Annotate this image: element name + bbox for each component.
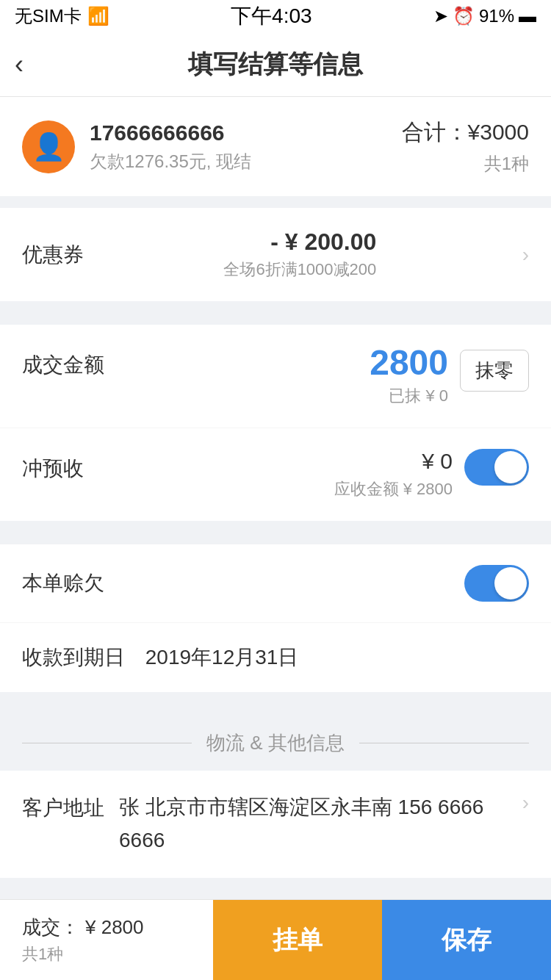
bottom-deal-amount: ¥ 2800 — [85, 916, 144, 939]
section-separator-3 — [0, 704, 551, 716]
customer-row: 👤 17666666666 欠款1276.35元, 现结 合计：¥3000 共1… — [0, 97, 551, 196]
status-time: 下午4:03 — [231, 2, 312, 30]
prepay-right: ¥ 0 应收金额 ¥ 2800 — [334, 449, 529, 500]
debit-section: 本单赊欠 — [0, 544, 551, 622]
status-left: 无SIM卡 📶 — [15, 4, 109, 28]
deal-label: 成交金额 — [22, 345, 104, 379]
coupon-label: 优惠券 — [22, 241, 84, 269]
duedate-label: 收款到期日 — [22, 646, 125, 669]
total-amount: 合计：¥3000 — [402, 118, 529, 148]
amount-section: 成交金额 2800 已抹 ¥ 0 抹零 — [0, 325, 551, 428]
customer-debt: 欠款1276.35元, 现结 — [90, 150, 402, 173]
divider-line-right — [359, 743, 529, 743]
customer-phone: 17666666666 — [90, 120, 402, 145]
page-title: 填写结算等信息 — [188, 48, 363, 82]
coupon-right: - ¥ 200.00 全场6折满1000减200 — [223, 228, 376, 281]
prepay-label: 冲预收 — [22, 449, 84, 483]
bottom-deal-row: 成交： ¥ 2800 — [22, 915, 191, 940]
logistics-divider: 物流 & 其他信息 — [0, 716, 551, 771]
customer-info: 17666666666 欠款1276.35元, 现结 — [90, 120, 402, 173]
duedate-content: 收款到期日 2019年12月31日 — [22, 644, 529, 671]
deal-card: 成交金额 2800 已抹 ¥ 0 抹零 冲预收 ¥ 0 应收金额 ¥ 2800 — [0, 325, 551, 521]
prepay-amount: ¥ 0 — [334, 449, 453, 474]
pending-button[interactable]: 挂单 — [213, 900, 382, 981]
address-card: 客户地址 张 北京市市辖区海淀区永丰南 156 6666 6666 › — [0, 771, 551, 878]
battery-text: 91% — [479, 6, 514, 26]
amount-right: 2800 已抹 ¥ 0 抹零 — [370, 345, 529, 407]
section-separator-1 — [0, 313, 551, 325]
alarm-icon: ⏰ — [453, 6, 475, 26]
avatar: 👤 — [22, 120, 75, 173]
chevron-right-icon: › — [522, 243, 529, 267]
total-count: 共1种 — [402, 152, 529, 176]
bottom-count: 共1种 — [22, 943, 191, 965]
round-button[interactable]: 抹零 — [460, 350, 529, 392]
nav-bar: ‹ 填写结算等信息 — [0, 32, 551, 97]
bottom-deal-label: 成交： — [22, 915, 79, 940]
logistics-label: 物流 & 其他信息 — [206, 730, 345, 756]
avatar-icon: 👤 — [32, 131, 65, 162]
address-chevron-icon: › — [522, 791, 529, 815]
coupon-amount: - ¥ 200.00 — [223, 228, 376, 256]
status-bar: 无SIM卡 📶 下午4:03 ➤ ⏰ 91% ▬ — [0, 0, 551, 32]
toggle-knob — [494, 451, 527, 483]
customer-total: 合计：¥3000 共1种 — [402, 118, 529, 176]
address-content: 张 北京市市辖区海淀区永丰南 156 6666 6666 — [119, 791, 516, 857]
prepay-receivable: 应收金额 ¥ 2800 — [334, 478, 453, 500]
customer-card: 👤 17666666666 欠款1276.35元, 现结 合计：¥3000 共1… — [0, 97, 551, 196]
prepay-section: 冲预收 ¥ 0 应收金额 ¥ 2800 — [0, 428, 551, 521]
debit-label: 本单赊欠 — [22, 569, 104, 597]
bottom-summary: 成交： ¥ 2800 共1种 — [0, 915, 213, 965]
bottom-bar: 成交： ¥ 2800 共1种 挂单 保存 — [0, 899, 551, 980]
debit-toggle-knob — [494, 567, 527, 599]
divider-line-left — [22, 743, 192, 743]
deal-number: 2800 — [370, 345, 448, 381]
back-button[interactable]: ‹ — [15, 49, 24, 80]
deal-erased: 已抹 ¥ 0 — [370, 385, 448, 407]
battery-icon: ▬ — [519, 6, 536, 26]
coupon-card: 优惠券 - ¥ 200.00 全场6折满1000减200 › — [0, 208, 551, 301]
duedate-value: 2019年12月31日 — [145, 646, 299, 669]
content-area: 👤 17666666666 欠款1276.35元, 现结 合计：¥3000 共1… — [0, 97, 551, 980]
amount-value-block: 2800 已抹 ¥ 0 — [370, 345, 448, 407]
carrier-text: 无SIM卡 — [15, 4, 82, 28]
address-label: 客户地址 — [22, 791, 104, 822]
prepay-toggle[interactable] — [464, 449, 529, 486]
prepay-value-block: ¥ 0 应收金额 ¥ 2800 — [334, 449, 453, 500]
duedate-section: 收款到期日 2019年12月31日 — [0, 622, 551, 692]
wifi-icon: 📶 — [87, 6, 109, 26]
status-right: ➤ ⏰ 91% ▬ — [433, 6, 536, 26]
debit-toggle[interactable] — [464, 565, 529, 602]
save-button[interactable]: 保存 — [382, 900, 551, 981]
coupon-desc: 全场6折满1000减200 — [223, 259, 376, 281]
debit-card: 本单赊欠 收款到期日 2019年12月31日 — [0, 544, 551, 692]
section-separator-2 — [0, 533, 551, 544]
location-icon: ➤ — [433, 6, 448, 26]
coupon-row[interactable]: 优惠券 - ¥ 200.00 全场6折满1000减200 › — [0, 208, 551, 301]
address-section[interactable]: 客户地址 张 北京市市辖区海淀区永丰南 156 6666 6666 › — [0, 771, 551, 878]
